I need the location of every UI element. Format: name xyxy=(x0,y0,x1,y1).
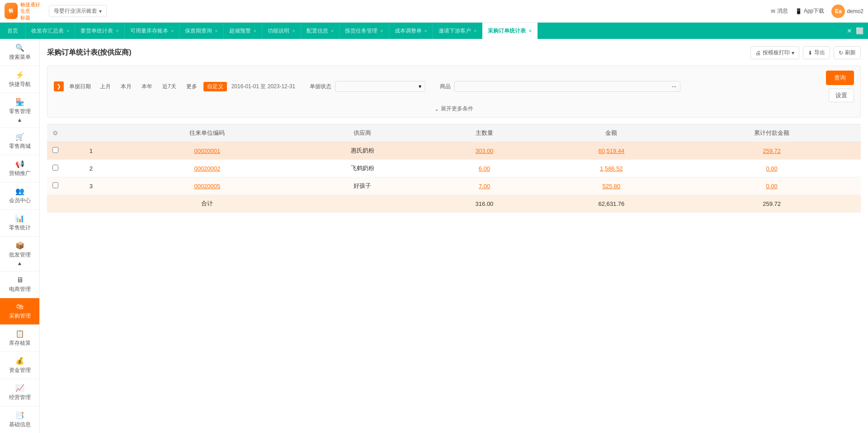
row-paid[interactable]: 0.00 xyxy=(683,160,861,177)
sidebar-item-search[interactable]: 🔍 搜索菜单 xyxy=(0,39,39,66)
th-index xyxy=(64,124,118,142)
refresh-button[interactable]: ↻ 刷新 xyxy=(834,46,861,59)
date-btn-more[interactable]: 更多 xyxy=(183,82,201,91)
row-amount[interactable]: 60,519.44 xyxy=(540,142,683,160)
sidebar-item-baseinfo[interactable]: 📑 基础信息 xyxy=(0,406,39,433)
tab-baozhi[interactable]: 保质期查询 × xyxy=(179,23,223,39)
expand-more-area: ⌄ 展开更多条件 xyxy=(54,102,854,113)
main-layout: 🔍 搜索菜单 ⚡ 快捷导航 🏪 零售管理 ▲ 🛒 零售商城 📢 营销推广 👥 会… xyxy=(0,39,868,433)
gear-icon: ⚙ xyxy=(52,129,58,137)
tab-jianhuo[interactable]: 拣货任务管理 × xyxy=(340,23,389,39)
retail-icon: 🏪 xyxy=(15,98,24,106)
row-paid[interactable]: 259.72 xyxy=(683,142,861,160)
filter-toggle-button[interactable]: ❯ xyxy=(54,81,64,91)
tab-shoufacun[interactable]: 收发存汇总表 × xyxy=(26,23,75,39)
search-button[interactable]: 查询 xyxy=(826,71,854,85)
close-chaochu-icon[interactable]: × xyxy=(254,28,256,33)
goods-input[interactable]: ··· xyxy=(454,81,680,92)
row-code[interactable]: 00020005 xyxy=(118,177,297,195)
close-yaoqing-icon[interactable]: × xyxy=(474,28,476,33)
header-actions: 🖨 按模板打印 ▾ ⬇ 导出 ↻ 刷新 xyxy=(750,46,861,59)
close-baozhi-icon[interactable]: × xyxy=(215,28,217,33)
baseinfo-icon: 📑 xyxy=(15,411,24,419)
close-caigou-icon[interactable]: × xyxy=(528,28,531,33)
row-quantity[interactable]: 7.00 xyxy=(429,177,540,195)
row-amount[interactable]: 525.80 xyxy=(540,177,683,195)
app-download-button[interactable]: 📱 App下载 xyxy=(795,7,824,15)
shop-icon: 🛒 xyxy=(15,133,24,141)
message-button[interactable]: ✉ 消息 xyxy=(771,7,788,15)
close-jianhuo-icon[interactable]: × xyxy=(380,28,383,33)
tab-yaoqing[interactable]: 邀请下游客户 × xyxy=(433,23,482,39)
close-peizhi-icon[interactable]: × xyxy=(331,28,334,33)
setting-button[interactable]: 设置 xyxy=(829,89,854,102)
filter-area: ❯ 单据日期 上月 本月 本年 近7天 更多 自定义 2016-01-01 至 … xyxy=(47,66,861,118)
user-profile[interactable]: Ea demo2 xyxy=(831,5,863,18)
row-amount[interactable]: 1,586.52 xyxy=(540,160,683,177)
table-footer-row: 合计 316.00 62,631.76 259.72 xyxy=(47,195,861,213)
expand-more-button[interactable]: ⌄ 展开更多条件 xyxy=(434,105,473,113)
operations-icon: 📈 xyxy=(15,384,24,392)
close-shoufacun-icon[interactable]: × xyxy=(66,28,69,33)
status-dropdown[interactable]: ▾ xyxy=(335,81,425,92)
row-checkbox[interactable] xyxy=(47,142,64,160)
footer-quantity: 316.00 xyxy=(429,195,540,213)
footer-supplier xyxy=(296,195,429,213)
row-code[interactable]: 00020001 xyxy=(118,142,297,160)
sidebar-item-purchase[interactable]: 🛍 采购管理 xyxy=(0,298,39,325)
tab-keyongliang[interactable]: 可用量库存账本 × xyxy=(125,23,179,39)
goods-more-icon: ··· xyxy=(672,83,676,90)
row-quantity[interactable]: 303.00 xyxy=(429,142,540,160)
table-header-row: ⚙ 往来单位编码 供应商 主数量 金额 累计付款金额 xyxy=(47,124,861,142)
content-area: 采购订单统计表(按供应商) 🖨 按模板打印 ▾ ⬇ 导出 ↻ 刷新 xyxy=(40,39,868,433)
tab-yaohuo[interactable]: 要货单统计表 × xyxy=(75,23,124,39)
sidebar-item-wholesale[interactable]: 📦 批发管理 ▲ xyxy=(0,237,39,271)
sidebar-item-marketing[interactable]: 📢 营销推广 xyxy=(0,155,39,182)
date-btn-this-month[interactable]: 本月 xyxy=(117,82,135,91)
row-checkbox[interactable] xyxy=(47,160,64,177)
sidebar-item-shop[interactable]: 🛒 零售商城 xyxy=(0,128,39,155)
nav-close-all: ✕ ⬜ xyxy=(842,23,868,39)
purchase-icon: 🛍 xyxy=(16,303,24,311)
sidebar-item-retail[interactable]: 🏪 零售管理 ▲ xyxy=(0,93,39,128)
close-yaohuo-icon[interactable]: × xyxy=(116,28,118,33)
row-index: 3 xyxy=(64,177,118,195)
sidebar-item-quicknav[interactable]: ⚡ 快捷导航 xyxy=(0,66,39,93)
member-icon: 👥 xyxy=(15,187,24,195)
table-row: 2 00020002 飞鹤奶粉 6.00 1,586.52 0.00 xyxy=(47,160,861,177)
row-quantity[interactable]: 6.00 xyxy=(429,160,540,177)
row-code[interactable]: 00020002 xyxy=(118,160,297,177)
sidebar-item-inventory[interactable]: 📋 库存核算 xyxy=(0,325,39,352)
mobile-icon: 📱 xyxy=(795,8,802,14)
sidebar-item-finance[interactable]: 💰 资金管理 xyxy=(0,352,39,379)
export-button[interactable]: ⬇ 导出 xyxy=(803,46,830,59)
tab-gongneng[interactable]: 功能说明 × xyxy=(262,23,301,39)
th-settings[interactable]: ⚙ xyxy=(47,124,64,142)
date-custom-button[interactable]: 自定义 xyxy=(203,82,227,91)
tab-chaochu[interactable]: 超储预警 × xyxy=(224,23,262,39)
workspace-selector[interactable]: 母婴行业演示账套 ▾ xyxy=(49,5,107,17)
sidebar-item-ecommerce[interactable]: 🖥 电商管理 xyxy=(0,271,39,298)
date-btn-this-year[interactable]: 本年 xyxy=(138,82,156,91)
row-paid[interactable]: 0.00 xyxy=(683,177,861,195)
print-button[interactable]: 🖨 按模板打印 ▾ xyxy=(750,46,799,59)
logo-area: 畅 畅捷通好生意 标题 xyxy=(5,1,44,21)
logo-icon: 畅 xyxy=(5,3,18,19)
close-all-icon[interactable]: ✕ xyxy=(847,27,852,34)
sidebar-item-retailstat[interactable]: 📊 零售统计 xyxy=(0,209,39,237)
sidebar-item-operations[interactable]: 📈 经营管理 xyxy=(0,379,39,406)
date-btn-7days[interactable]: 近7天 xyxy=(159,82,180,91)
tab-chengben[interactable]: 成本调整单 × xyxy=(389,23,433,39)
sidebar-item-member[interactable]: 👥 会员中心 xyxy=(0,182,39,209)
tab-home[interactable]: 首页 xyxy=(0,23,26,39)
print-dropdown-icon: ▾ xyxy=(792,50,794,56)
close-keyongliang-icon[interactable]: × xyxy=(171,28,174,33)
tab-peizhi[interactable]: 配置信息 × xyxy=(301,23,340,39)
tab-caigou[interactable]: 采购订单统计表 × xyxy=(482,23,537,39)
close-chengben-icon[interactable]: × xyxy=(425,28,427,33)
date-btn-last-month[interactable]: 上月 xyxy=(96,82,114,91)
row-checkbox[interactable] xyxy=(47,177,64,195)
close-gongneng-icon[interactable]: × xyxy=(292,28,295,33)
maximize-icon[interactable]: ⬜ xyxy=(856,27,863,34)
date-shortcuts: 上月 本月 本年 近7天 更多 自定义 2016-01-01 至 2023-12… xyxy=(96,82,295,91)
